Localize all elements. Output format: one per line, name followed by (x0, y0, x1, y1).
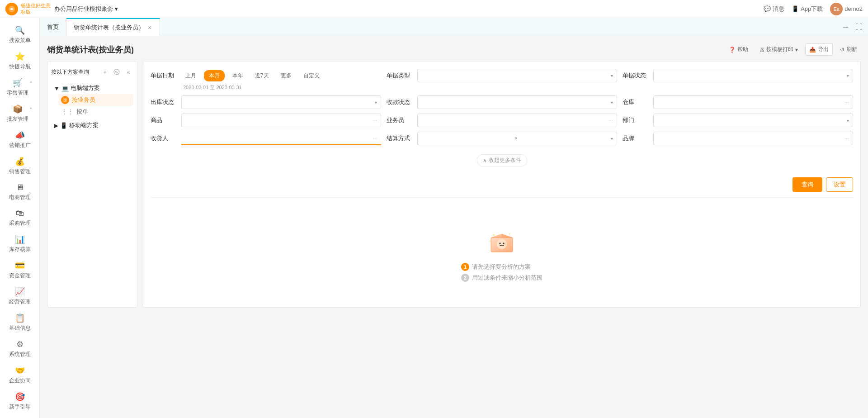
sidebar-item-search[interactable]: 🔍 搜索菜单 (0, 22, 39, 48)
system-icon: ⚙ (16, 339, 24, 349)
basic-icon: 📋 (15, 313, 25, 323)
retail-arrow: ▲ (29, 80, 33, 84)
sidebar-item-marketing[interactable]: 📣 营销推广 (0, 127, 39, 153)
tree-sub-by-order[interactable]: ⋮⋮ 按单 (58, 106, 133, 118)
tree-leaf-by-salesman[interactable]: 按 按业务员 (58, 94, 133, 106)
refresh-btn[interactable]: ↺ 刷新 (836, 44, 861, 55)
svg-point-7 (497, 239, 507, 249)
tree-expand-arrow: ▼ (54, 85, 60, 92)
sidebar-item-enterprise[interactable]: 🤝 企业协同 (0, 362, 39, 388)
date-btn-this-month[interactable]: 本月 (204, 70, 225, 81)
tree-group-desktop: ▼ 💻 电脑端方案 按 按业务员 ⋮⋮ 按单 (51, 82, 133, 118)
help-btn[interactable]: ❓ 帮助 (725, 44, 752, 55)
edit-scheme-btn[interactable]: ✎ (112, 67, 122, 77)
salesman-dots: ··· (609, 117, 613, 124)
sidebar-item-system[interactable]: ⚙ 系统管理 (0, 336, 39, 362)
collapse-conditions-btn[interactable]: ∧ 收起更多条件 (477, 154, 527, 166)
dept-select[interactable]: ▾ (653, 114, 853, 127)
date-btn-more[interactable]: 更多 (277, 70, 296, 81)
out-status-select[interactable]: ▾ (181, 95, 381, 109)
svg-marker-5 (502, 234, 513, 238)
filter-doc-status: 单据状态 ▾ (623, 69, 853, 82)
edit-icon: ✎ (113, 69, 120, 75)
action-buttons: 查询 设置 (151, 177, 853, 192)
purchase-icon: 🛍 (16, 209, 24, 218)
app-title-dropdown[interactable]: 办公用品行业模拟账套 ▾ (54, 5, 118, 13)
message-icon: 💬 (764, 5, 771, 12)
doc-type-select[interactable]: ▾ (417, 69, 617, 82)
goods-dots: ··· (373, 117, 377, 124)
app-download-btn[interactable]: 📱 App下载 (792, 5, 823, 13)
export-btn[interactable]: 📤 导出 (805, 43, 833, 56)
sidebar-item-basic[interactable]: 📋 基础信息 (0, 309, 39, 336)
retail-icon: 🛒 (13, 78, 23, 88)
sidebar-item-purchase[interactable]: 🛍 采购管理 (0, 205, 39, 231)
svg-point-12 (490, 241, 491, 242)
receiver-input[interactable]: ··· (181, 132, 381, 145)
user-btn[interactable]: Ea demo2 (830, 3, 863, 15)
settle-clear-btn[interactable]: × (514, 135, 518, 142)
collect-status-select[interactable]: ▾ (417, 95, 617, 109)
tree-group-mobile-header[interactable]: ▶ 📱 移动端方案 (51, 119, 133, 131)
filter-section: 单据日期 上月 本月 本年 近7天 更多 自定义 (151, 69, 853, 145)
sidebar-item-newbie[interactable]: 🎯 新手引导 (0, 388, 39, 414)
sidebar-item-wholesale[interactable]: 📦 批发管理 ▲ (0, 100, 39, 127)
settle-select[interactable]: × ▾ (417, 132, 617, 145)
add-scheme-btn[interactable]: + (100, 67, 110, 77)
left-panel-actions: + ✎ « (100, 67, 133, 77)
logo-text: 畅捷信好生意 标版 (21, 3, 51, 14)
sidebar-item-finance[interactable]: 💳 资金管理 (0, 257, 39, 283)
tab-home[interactable]: 首页 (40, 18, 66, 36)
export-icon: 📤 (809, 47, 816, 53)
date-btn-custom[interactable]: 自定义 (299, 70, 324, 81)
newbie-icon: 🎯 (15, 392, 25, 402)
brand-select[interactable]: ··· (653, 132, 853, 145)
collapse-row: ∧ 收起更多条件 (151, 151, 853, 170)
page-title: 销货单统计表(按业务员) (47, 44, 134, 55)
goods-select[interactable]: ··· (181, 114, 381, 127)
sidebar-item-shortcut[interactable]: ⭐ 快捷导航 (0, 48, 39, 74)
tab-sales-stat[interactable]: 销货单统计表（按业务员） × (66, 18, 160, 36)
query-btn[interactable]: 查询 (793, 177, 822, 192)
date-btn-last-month[interactable]: 上月 (181, 70, 200, 81)
sidebar-item-operations[interactable]: 📈 经营管理 (0, 283, 39, 309)
tab-maximize-btn[interactable]: ⛶ (854, 21, 864, 33)
svg-point-9 (503, 242, 504, 244)
sidebar-item-appcenter[interactable]: 📱 应用中心 (0, 414, 39, 418)
message-btn[interactable]: 💬 消息 (764, 5, 784, 13)
sidebar-item-retail[interactable]: 🛒 零售管理 ▲ (0, 74, 39, 100)
download-icon: 📱 (792, 5, 799, 12)
sidebar-item-ecommerce[interactable]: 🖥 电商管理 (0, 179, 39, 205)
warehouse-select[interactable]: ··· (653, 95, 853, 109)
date-btn-this-year[interactable]: 本年 (228, 70, 247, 81)
warehouse-dots: ··· (844, 99, 849, 105)
date-btn-7days[interactable]: 近7天 (251, 70, 273, 81)
svg-marker-4 (491, 234, 502, 238)
avatar: Ea (830, 3, 843, 15)
wholesale-icon: 📦 (13, 104, 23, 114)
salesman-select[interactable]: ··· (417, 114, 617, 127)
print-dropdown-icon: ▾ (795, 47, 798, 53)
page-header: 销货单统计表(按业务员) ❓ 帮助 🖨 按模板打印 ▾ 📤 导出 (47, 43, 861, 56)
collapse-panel-btn[interactable]: « (123, 67, 133, 77)
print-icon: 🖨 (759, 47, 764, 53)
filter-brand: 品牌 ··· (623, 132, 853, 145)
tab-close-btn[interactable]: × (147, 23, 152, 32)
tip-num-1: 1 (461, 263, 469, 271)
filter-doc-type: 单据类型 ▾ (387, 69, 617, 82)
tabbar-actions: ─ ⛶ (838, 21, 868, 33)
doc-status-select[interactable]: ▾ (653, 69, 853, 82)
print-btn[interactable]: 🖨 按模板打印 ▾ (755, 44, 802, 55)
finance-icon: 💳 (15, 261, 25, 271)
out-status-chevron: ▾ (375, 100, 377, 105)
doc-status-chevron: ▾ (847, 73, 849, 78)
doc-type-chevron: ▾ (611, 73, 613, 78)
tree-group-desktop-header[interactable]: ▼ 💻 电脑端方案 (51, 82, 133, 94)
sidebar-item-sales[interactable]: 💰 销售管理 (0, 153, 39, 179)
filter-row-2: 出库状态 ▾ 收款状态 ▾ (151, 95, 853, 109)
sidebar-item-inventory[interactable]: 📊 库存核算 (0, 231, 39, 257)
settings-btn[interactable]: 设置 (826, 177, 853, 192)
tab-minimize-btn[interactable]: ─ (841, 21, 850, 33)
settle-chevron: ▾ (611, 136, 613, 141)
left-panel-header: 按以下方案查询 + ✎ « (51, 65, 133, 79)
